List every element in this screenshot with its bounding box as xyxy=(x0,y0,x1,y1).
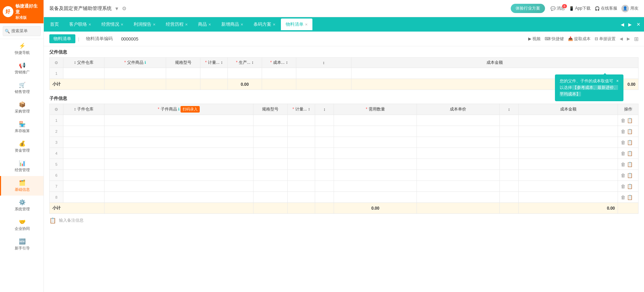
sales-icon: 🛒 xyxy=(19,82,26,88)
child-row-2-spec[interactable] xyxy=(253,126,287,137)
child-row-1-warehouse[interactable] xyxy=(63,115,104,126)
parent-row-1-unit[interactable] xyxy=(200,68,228,79)
settings-gear-icon[interactable]: ⚙ xyxy=(122,5,126,12)
nav-next-btn[interactable]: ▶ xyxy=(627,36,630,41)
sub-tab-bom[interactable]: 物料清单 xyxy=(49,34,75,43)
tab-bom[interactable]: 物料清单 ✕ xyxy=(281,19,312,30)
user-info[interactable]: 👤 用友 xyxy=(621,5,639,12)
tab-customer-close[interactable]: ✕ xyxy=(88,23,91,26)
child-row-2-delete[interactable]: 🗑 xyxy=(621,129,626,134)
child-row-1-amount[interactable] xyxy=(519,115,618,126)
sidebar-item-guide[interactable]: 🆕 新手引导 xyxy=(0,235,44,254)
child-row-2-unit-price[interactable] xyxy=(417,126,499,137)
quicknav-icon: ⚡ xyxy=(19,43,26,49)
tab-product[interactable]: 商品 ✕ xyxy=(193,19,216,30)
trial-button[interactable]: 体验行业方案 xyxy=(511,4,545,13)
tab-close-all[interactable]: ✕ xyxy=(634,21,643,28)
child-row-7-delete[interactable]: 🗑 xyxy=(621,184,626,189)
child-row-2-product[interactable] xyxy=(104,126,253,137)
tab-home[interactable]: 首页 xyxy=(45,19,64,30)
parent-row-1-warehouse[interactable] xyxy=(63,68,104,79)
tab-barcode[interactable]: 条码方案 ✕ xyxy=(249,19,280,30)
parent-row-1-cost[interactable] xyxy=(262,68,296,79)
nav-prev-btn[interactable]: ◀ xyxy=(620,36,623,41)
child-settings-icon[interactable]: ⚙ xyxy=(54,107,58,112)
sidebar-item-basicinfo[interactable]: 🗂️ 基础信息 xyxy=(0,176,44,196)
sub-tab-bom-code[interactable]: 物料清单编码 xyxy=(82,34,117,43)
tab-barcode-close[interactable]: ✕ xyxy=(273,23,275,26)
tab-new-product-close[interactable]: ✕ xyxy=(240,23,243,26)
tab-profit[interactable]: 利润报告 ✕ xyxy=(129,19,160,30)
sidebar-item-system[interactable]: ⚙️ 系统管理 xyxy=(0,196,44,215)
sidebar-item-purchase[interactable]: 📦 采购管理 xyxy=(0,98,44,117)
online-service-item[interactable]: 🎧 在线客服 xyxy=(595,5,617,11)
child-row-1-product[interactable] xyxy=(104,115,253,126)
child-row-4-copy[interactable]: 📋 xyxy=(627,151,633,156)
child-row-1-spec[interactable] xyxy=(253,115,287,126)
child-row-6-copy[interactable]: 📋 xyxy=(627,173,633,178)
sidebar-item-finance[interactable]: 💰 资金管理 xyxy=(0,137,44,156)
child-row-2-extra2[interactable] xyxy=(499,126,519,137)
parent-row-1-spec[interactable] xyxy=(166,68,200,79)
grid-view-btn[interactable]: ⊞ xyxy=(634,36,639,42)
tab-new-product[interactable]: 新增商品 ✕ xyxy=(216,19,248,30)
child-row-8-delete[interactable]: 🗑 xyxy=(621,195,626,200)
tab-history-close[interactable]: ✕ xyxy=(185,23,188,26)
child-row-5-copy[interactable]: 📋 xyxy=(627,162,633,167)
search-area[interactable]: 🔍 搜索菜单 xyxy=(0,23,44,39)
child-row-8-copy[interactable]: 📋 xyxy=(627,195,633,200)
child-row-1-quantity[interactable] xyxy=(334,115,417,126)
scan-input-button[interactable]: 扫码录入 xyxy=(181,106,200,113)
system-title-area: 装备及固定资产辅助管理系统 ▼ ⚙ xyxy=(49,5,126,12)
child-row-2-unit[interactable] xyxy=(287,126,315,137)
header-actions: 体验行业方案 💬 消息 6 📱 App下载 🎧 在线客服 👤 用友 xyxy=(511,4,639,13)
sidebar-item-marketing[interactable]: 📢 营销推广 xyxy=(0,59,44,78)
tab-nav-left[interactable]: ◀ xyxy=(619,21,626,28)
child-row-3-delete[interactable]: 🗑 xyxy=(621,140,626,145)
tab-nav-right[interactable]: ▶ xyxy=(627,21,633,28)
tooltip-close-btn[interactable]: × xyxy=(616,78,619,84)
sidebar-item-quicknav[interactable]: ⚡ 快捷导航 xyxy=(0,39,44,59)
sidebar-item-inventory[interactable]: 🏪 库存核算 xyxy=(0,117,44,137)
parent-row-1-product[interactable] xyxy=(104,68,166,79)
child-row-2-warehouse[interactable] xyxy=(63,126,104,137)
parent-row-1-production[interactable] xyxy=(228,68,262,79)
tab-bom-close[interactable]: ✕ xyxy=(305,23,308,26)
child-row-4-delete[interactable]: 🗑 xyxy=(621,151,626,156)
tab-business[interactable]: 经营情况 ✕ xyxy=(97,19,128,30)
video-btn[interactable]: ▶ 视频 xyxy=(528,36,541,42)
tab-profit-close[interactable]: ✕ xyxy=(153,23,156,26)
tab-business-close[interactable]: ✕ xyxy=(121,23,123,26)
child-row-7-copy[interactable]: 📋 xyxy=(627,184,633,189)
shortcut-btn[interactable]: ⌨ 快捷键 xyxy=(545,36,564,42)
bill-code: 0000005 xyxy=(121,36,138,42)
child-row-1-unit[interactable] xyxy=(287,115,315,126)
dropdown-icon[interactable]: ▼ xyxy=(114,6,119,11)
child-row-5-delete[interactable]: 🗑 xyxy=(621,162,626,167)
child-row-6-delete[interactable]: 🗑 xyxy=(621,173,626,178)
sidebar-item-enterprise[interactable]: 🤝 企业协同 xyxy=(0,215,44,235)
extract-cost-btn[interactable]: 📥 提取成本 xyxy=(568,36,591,42)
search-button[interactable]: 🔍 搜索菜单 xyxy=(3,26,41,36)
bill-settings-btn[interactable]: ⊟ 单据设置 xyxy=(595,36,616,42)
sidebar-item-operations[interactable]: 📊 经营管理 xyxy=(0,156,44,176)
child-row-1-copy[interactable]: 📋 xyxy=(627,118,633,123)
parent-settings-icon[interactable]: ⚙ xyxy=(54,60,58,65)
child-row-2-copy[interactable]: 📋 xyxy=(627,129,633,134)
tab-history[interactable]: 经营历程 ✕ xyxy=(161,19,193,30)
child-row-2-amount[interactable] xyxy=(519,126,618,137)
child-row-1-delete[interactable]: 🗑 xyxy=(621,118,626,123)
sidebar-item-sales[interactable]: 🛒 销售管理 xyxy=(0,78,44,98)
child-row-2-extra[interactable] xyxy=(315,126,334,137)
tab-customer[interactable]: 客户联络 ✕ xyxy=(64,19,96,30)
child-row-1-extra2[interactable] xyxy=(499,115,519,126)
tab-product-close[interactable]: ✕ xyxy=(208,23,211,26)
child-row-1-extra[interactable] xyxy=(315,115,334,126)
parent-row-1-extra[interactable] xyxy=(296,68,351,79)
parent-col-spec: 规格型号 xyxy=(166,58,200,68)
child-row-1-unit-price[interactable] xyxy=(417,115,499,126)
message-item[interactable]: 💬 消息 6 xyxy=(550,5,565,11)
app-download-item[interactable]: 📱 App下载 xyxy=(569,5,591,11)
child-row-3-copy[interactable]: 📋 xyxy=(627,140,633,145)
child-row-2-quantity[interactable] xyxy=(334,126,417,137)
